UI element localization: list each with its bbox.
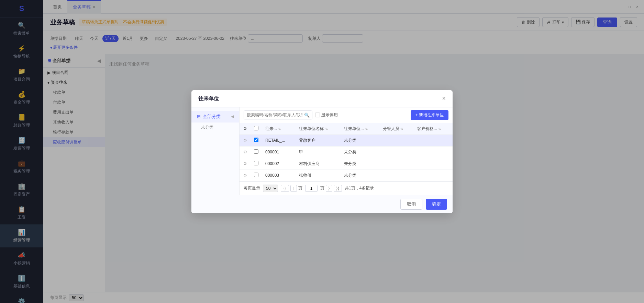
row-category-cell: 未分类 [341, 135, 379, 146]
row-checkbox[interactable] [254, 161, 258, 165]
page-size-select[interactable]: 50 [263, 185, 278, 192]
row-checkbox-cell[interactable] [251, 158, 262, 170]
row-checkbox-cell[interactable] [251, 170, 262, 181]
table-row[interactable]: ⚙ RETAIL_... 零散客户 未分类 [240, 135, 453, 146]
row-name-cell: 张帅傅 [296, 170, 341, 181]
sort-icon[interactable]: ⇅ [400, 127, 403, 131]
show-disabled-checkbox[interactable] [315, 113, 320, 117]
next-page-button[interactable]: ⟩ [326, 185, 332, 192]
page-nav: ⟨⟨ ⟨ 页 页 ⟩ ⟩⟩ [281, 185, 342, 192]
row-salesperson-cell [379, 170, 414, 181]
row-settings-cell: ⚙ [240, 170, 251, 181]
party-search-input[interactable] [244, 110, 312, 119]
row-settings-cell: ⚙ [240, 158, 251, 170]
row-code-cell: 000002 [262, 158, 296, 170]
col-category-header: 往来单位... ⇅ [341, 123, 379, 135]
first-page-button[interactable]: ⟨⟨ [281, 185, 289, 192]
party-modal: 往来单位 × ⊞ 全部分类 ◀ 未分类 🔍 [191, 90, 453, 213]
row-checkbox-cell[interactable] [251, 146, 262, 158]
modal-table-wrap: ⚙ 往来... ⇅ 往来单位名称 ⇅ 往来单位... ⇅ 分管人员 ⇅ 客户价格… [240, 123, 453, 182]
cancel-button[interactable]: 取消 [400, 199, 422, 210]
row-settings-cell: ⚙ [240, 135, 251, 146]
col-settings[interactable]: ⚙ [240, 123, 251, 135]
row-name-cell: 零散客户 [296, 135, 341, 146]
modal-right-panel: 🔍 显示停用 + 新增往来单位 ⚙ [240, 107, 453, 195]
per-page-label: 每页显示 [244, 185, 260, 191]
col-checkbox[interactable] [251, 123, 262, 135]
row-salesperson-cell [379, 146, 414, 158]
table-row[interactable]: ⚙ 000003 张帅傅 未分类 [240, 170, 453, 181]
modal-footer: 取消 确定 [191, 195, 453, 213]
row-salesperson-cell [379, 158, 414, 170]
search-wrap: 🔍 [244, 110, 312, 119]
modal-toolbar: 🔍 显示停用 + 新增往来单位 [240, 107, 453, 123]
total-records: 共1页，4条记录 [345, 185, 374, 191]
modal-close-button[interactable]: × [442, 95, 446, 102]
sort-icon[interactable]: ⇅ [325, 127, 328, 131]
modal-category-all[interactable]: ⊞ 全部分类 ◀ [191, 111, 239, 123]
row-code-cell: 000003 [262, 170, 296, 181]
modal-category-uncategorized[interactable]: 未分类 [191, 123, 239, 132]
select-all-checkbox[interactable] [254, 126, 258, 130]
row-category-cell: 未分类 [341, 146, 379, 158]
row-checkbox[interactable] [254, 149, 258, 154]
modal-title: 往来单位 [198, 95, 219, 102]
row-salesperson-cell [379, 135, 414, 146]
page-number-input[interactable] [305, 185, 318, 192]
table-row[interactable]: ⚙ 000001 甲 未分类 [240, 146, 453, 158]
col-price-level-header: 客户价格... ⇅ [414, 123, 453, 135]
party-table: ⚙ 往来... ⇅ 往来单位名称 ⇅ 往来单位... ⇅ 分管人员 ⇅ 客户价格… [240, 123, 453, 182]
row-checkbox[interactable] [254, 173, 258, 177]
add-party-button[interactable]: + 新增往来单位 [411, 110, 448, 120]
search-icon: 🔍 [304, 113, 310, 118]
row-code-cell: 000001 [262, 146, 296, 158]
row-price-level-cell [414, 170, 453, 181]
confirm-button[interactable]: 确定 [426, 199, 447, 210]
row-name-cell: 材料供应商 [296, 158, 341, 170]
grid-icon: ⊞ [197, 114, 201, 119]
row-category-cell: 未分类 [341, 158, 379, 170]
col-salesperson-header: 分管人员 ⇅ [379, 123, 414, 135]
col-name-header: 往来单位名称 ⇅ [296, 123, 341, 135]
row-code-cell: RETAIL_... [262, 135, 296, 146]
page-label: 页 [298, 185, 302, 191]
row-checkbox[interactable] [254, 138, 258, 142]
table-row[interactable]: ⚙ 000002 材料供应商 未分类 [240, 158, 453, 170]
show-disabled-toggle[interactable]: 显示停用 [315, 112, 338, 118]
modal-header: 往来单位 × [191, 90, 453, 107]
sort-icon[interactable]: ⇅ [278, 127, 281, 131]
last-page-button[interactable]: ⟩⟩ [334, 185, 342, 192]
modal-pagination: 每页显示 50 ⟨⟨ ⟨ 页 页 ⟩ ⟩⟩ 共1页，4条记录 [240, 182, 453, 195]
sort-icon[interactable]: ⇅ [365, 127, 368, 131]
col-code-header: 往来... ⇅ [262, 123, 296, 135]
row-price-level-cell [414, 135, 453, 146]
table-header: ⚙ 往来... ⇅ 往来单位名称 ⇅ 往来单位... ⇅ 分管人员 ⇅ 客户价格… [240, 123, 453, 135]
table-body: ⚙ RETAIL_... 零散客户 未分类 ⚙ [240, 135, 453, 181]
row-name-cell: 甲 [296, 146, 341, 158]
row-category-cell: 未分类 [341, 170, 379, 181]
row-settings-cell: ⚙ [240, 146, 251, 158]
modal-left-panel: ⊞ 全部分类 ◀ 未分类 [191, 107, 240, 195]
sort-icon[interactable]: ⇅ [438, 127, 441, 131]
modal-body: ⊞ 全部分类 ◀ 未分类 🔍 显示停用 [191, 107, 453, 195]
prev-page-button[interactable]: ⟨ [290, 185, 297, 192]
page-unit: 页 [320, 185, 324, 191]
modal-overlay: 往来单位 × ⊞ 全部分类 ◀ 未分类 🔍 [0, 0, 644, 303]
row-price-level-cell [414, 158, 453, 170]
row-checkbox-cell[interactable] [251, 135, 262, 146]
row-price-level-cell [414, 146, 453, 158]
modal-collapse-icon[interactable]: ◀ [231, 114, 234, 119]
